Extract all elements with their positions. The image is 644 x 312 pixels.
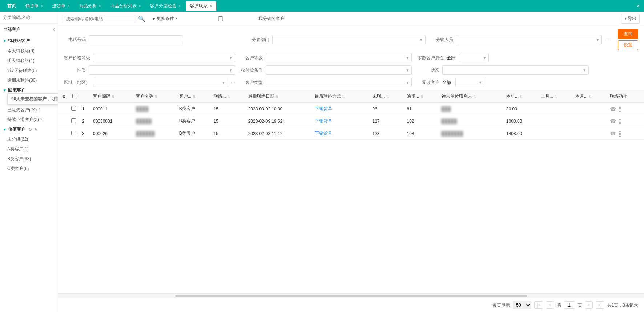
sidebar-item-declining[interactable]: 持续下滑客户(2) ? [0,115,58,125]
table-header-row: ⚙ 客户编码 ⇅ [58,90,644,103]
next-page-button[interactable]: > [585,301,593,309]
export-button[interactable]: ↑ 导出 [621,14,640,24]
zero-retail-attr-label: 零散客户属性 [418,55,444,61]
contact-method-link[interactable]: 下销货单 [315,131,332,136]
col-customer-name[interactable]: 客户名称 ⇅ [134,90,177,103]
col-customer-type[interactable]: 客户... ⇅ [177,90,212,103]
sidebar-item-churned[interactable]: 已流失客户(24) ? [0,105,58,115]
refresh-icon[interactable]: ↻ [28,127,32,132]
sidebar-search-input[interactable] [3,15,57,20]
payment-select[interactable]: ▼ [266,65,412,75]
page-unit: 页 [578,302,582,308]
nav-tab-sales[interactable]: 销货单 × [21,1,47,11]
col-last-month[interactable]: 上月... ⇅ [539,90,573,103]
row-customer-name[interactable]: ████ [134,103,177,115]
per-page-select[interactable]: 50 100 200 [513,301,531,309]
col-this-year[interactable]: 本年... ⇅ [504,90,539,103]
search-button-icon[interactable]: 🔍 [138,15,145,22]
all-customers-header[interactable]: 全部客户 《 [0,24,58,36]
row-not-contacted: 96 [370,103,405,115]
region-select[interactable]: ▼ [93,78,228,87]
filter-dots-2[interactable]: ··· [231,80,235,85]
select-all-checkbox[interactable] [72,94,77,98]
filter-dots-1[interactable]: ··· [605,37,609,42]
contact-icon[interactable]: ☎ [610,131,616,137]
col-contact[interactable]: 联络... ⇅ [212,90,246,103]
col-last-contact-method[interactable]: 最后联络方式 ⇅ [313,90,370,103]
customer-type-select[interactable]: ▼ [266,78,412,87]
nav-tab-customer-tier[interactable]: 客户分层经营 × [146,1,185,11]
sidebar-item-tomorrow-contact[interactable]: 明天待联络(1) [0,56,58,66]
col-settings[interactable]: ⚙ [58,90,69,103]
row-customer-name[interactable]: ██████ [134,127,177,140]
more-actions-icon[interactable]: ⣿ [618,106,622,112]
nav-tab-product-analysis[interactable]: 商品分析 × [75,1,105,11]
sidebar-item-7days-contact[interactable]: 近7天待联络(0) [0,66,58,76]
dept-select[interactable]: ▼ [272,35,425,44]
row-contact-count: 15 [212,103,246,115]
row-customer-name[interactable]: █████ [134,115,177,127]
gender-label: 性质 [64,67,86,73]
first-page-button[interactable]: |< [534,301,543,309]
col-unit-contact[interactable]: 往来单位联系人 ⇅ [439,90,504,103]
edit-icon[interactable]: ✎ [34,127,38,132]
close-product-analysis-list-tab-icon[interactable]: × [139,4,141,8]
more-conditions-button[interactable]: ▼ 更多条件 ∧ [148,14,181,24]
row-checkbox[interactable] [71,131,76,135]
customer-level-select[interactable]: ▼ [266,53,412,62]
close-customer-tier-tab-icon[interactable]: × [178,4,181,8]
zero-retail-select[interactable]: ▼ [455,78,484,87]
content-area: 🔍 ▼ 更多条件 ∧ 我分管的客户 ↑ 导出 电话号码 [58,12,644,312]
sidebar-section-value-customers[interactable]: ▼ 价值客户 ↻ ✎ [0,125,58,134]
data-table-container: ⚙ 客户编码 ⇅ [58,90,644,293]
sidebar-item-overdue-contact[interactable]: 逾期未联络(30) [0,76,58,85]
zero-retail-attr-select[interactable]: ▼ [460,53,489,62]
close-product-analysis-tab-icon[interactable]: × [99,4,101,8]
contact-icon[interactable]: ☎ [610,106,616,112]
horizontal-scrollbar-thumb[interactable] [175,295,527,297]
phone-input[interactable] [89,35,183,44]
sidebar-section-pending-contact[interactable]: ▼ 待联络客户 [0,36,58,46]
row-customer-type: B类客户 [177,127,212,140]
query-button[interactable]: 查询 [618,29,638,39]
col-this-month[interactable]: 本月... ⇅ [573,90,608,103]
search-input[interactable] [63,15,135,23]
page-input[interactable] [564,301,575,309]
contact-method-link[interactable]: 下销货单 [315,106,332,111]
col-customer-code[interactable]: 客户编码 ⇅ [91,90,134,103]
my-customers-checkbox[interactable] [184,16,257,21]
nav-tab-purchase[interactable]: 进货单 × [48,1,74,11]
sidebar-item-class-a[interactable]: A类客户(1) [0,144,58,154]
nav-tab-product-analysis-list[interactable]: 商品分析列表 × [106,1,145,11]
col-not-contacted[interactable]: 未联... ⇅ [370,90,405,103]
action-buttons: 查询 设置 [618,29,638,50]
last-page-button[interactable]: >| [596,301,604,309]
sidebar-item-today-contact[interactable]: 今天待联络(0) [0,46,58,56]
gender-select[interactable]: ▼ [89,65,235,75]
col-overdue[interactable]: 逾期... ⇅ [405,90,439,103]
row-checkbox[interactable] [71,118,76,123]
customer-price-select[interactable]: ▼ [93,53,235,62]
settings-button[interactable]: 设置 [618,40,638,50]
close-sales-tab-icon[interactable]: × [41,4,43,8]
close-customer-contact-tab-icon[interactable]: × [210,4,212,8]
chevron-down-icon-5: ▼ [483,56,486,60]
more-actions-icon[interactable]: ⣿ [618,131,622,137]
row-this-month [573,103,608,115]
window-close-button[interactable]: × [635,1,641,10]
sidebar-item-class-b[interactable]: B类客户(33) [0,154,58,164]
sidebar-section-churn-customers[interactable]: ▼ 回流客户 90天未交易的客户，可能有流失风险。 [0,85,58,95]
close-purchase-tab-icon[interactable]: × [68,4,70,8]
more-actions-icon[interactable]: ⣿ [618,118,622,124]
person-select[interactable]: ▼ [456,35,602,44]
col-last-contact-date[interactable]: 最后联络日期 ⇅ [246,90,313,103]
prev-page-button[interactable]: < [546,301,554,309]
sidebar-item-ungrouped[interactable]: 未分组(32) [0,134,58,144]
row-checkbox[interactable] [71,106,76,111]
nav-tab-customer-contact[interactable]: 客户联系 × [186,1,216,11]
sidebar-item-class-c[interactable]: C类客户(6) [0,164,58,174]
status-select[interactable]: ▼ [442,65,589,75]
contact-method-link[interactable]: 下销货单 [315,118,332,123]
nav-tab-home[interactable]: 首页 [3,1,20,11]
contact-icon[interactable]: ☎ [610,118,616,124]
